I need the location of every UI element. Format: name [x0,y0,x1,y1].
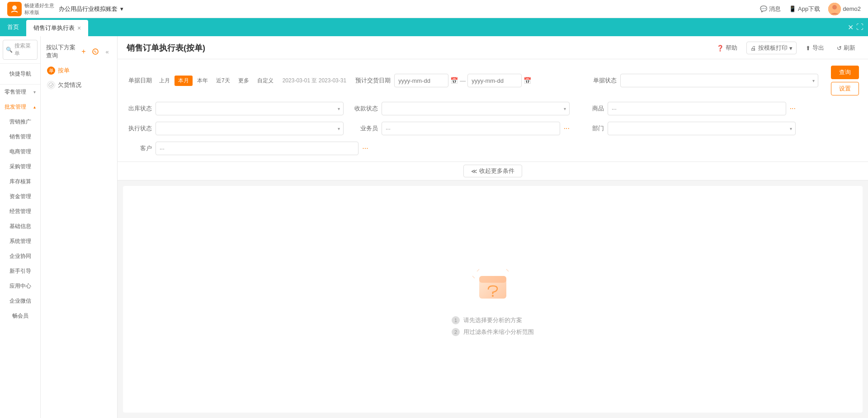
svg-point-2 [832,5,837,10]
sidebar-item-apps[interactable]: 应用中心 [0,279,40,294]
refresh-button[interactable]: ↺ 刷新 [833,42,859,54]
query-button[interactable]: 查询 [831,66,859,79]
settings-button[interactable]: 设置 [831,82,859,95]
sidebar-item-inventory[interactable]: 库存核算 [0,174,40,189]
app-download-button[interactable]: 📱 App下载 [789,5,820,13]
step-1-number: 1 [452,316,460,324]
filter-group-customer: 客户 ··· [127,142,368,155]
filter-group-dept: 部门 ▾ [579,122,796,135]
out-status-select[interactable] [156,102,344,115]
customer-label: 客户 [127,144,152,152]
calendar-end-icon[interactable]: 📅 [524,77,531,84]
print-button[interactable]: 🖨 按模板打印 ▾ [746,42,797,54]
sidebar-item-quicknav[interactable]: 快捷导航 [0,66,40,81]
date-range-text: 2023-03-01 至 2023-03-31 [283,77,346,85]
expected-date-start[interactable] [394,74,448,87]
main-layout: 🔍 搜索菜单 快捷导航 零售管理 ▾ 批发管理 ▴ 营销推广 销售管理 电商管理… [0,36,868,418]
tab-home[interactable]: 首页 [0,18,26,36]
collapse-panel-button[interactable]: « [103,47,112,56]
logo-svg [9,4,19,14]
sidebar-item-newuser[interactable]: 新手引导 [0,264,40,279]
collapse-button[interactable]: ≪ 收起更多条件 [463,165,522,177]
empty-step-1: 1 请先选择要分析的方案 [452,316,534,324]
logo-text: 畅捷通好生意 标准版 [24,2,54,15]
dept-label: 部门 [579,124,604,133]
sidebar-item-ecommerce[interactable]: 电商管理 [0,144,40,159]
tab-close-icon[interactable]: × [77,24,81,32]
customer-ellipsis-icon[interactable]: ··· [362,144,368,152]
close-window-icon[interactable]: ✕ [848,23,854,32]
avatar-image [828,3,841,15]
exec-status-select[interactable] [156,122,344,135]
search-icon: 🔍 [6,47,13,53]
print-arrow-icon: ▾ [789,45,793,52]
content-area: 按以下方案查询 + ✎ « 单 按单 [41,36,868,418]
plan-icon-欠货情况 [47,81,55,89]
add-plan-button[interactable]: + [79,47,88,56]
page-header: 销售订单执行表(按单) ❓ 帮助 🖨 按模板打印 ▾ ⬆ [118,36,868,59]
empty-steps: 1 请先选择要分析的方案 2 用过滤条件来缩小分析范围 [452,316,534,336]
svg-text:✎: ✎ [94,50,97,54]
export-icon: ⬆ [806,45,811,52]
salesperson-input[interactable] [382,122,560,135]
sidebar-item-system[interactable]: 系统管理 [0,234,40,249]
search-menu-button[interactable]: 🔍 搜索菜单 [3,40,38,60]
expected-date-end[interactable] [467,74,522,87]
period-this-month[interactable]: 本月 [175,76,193,86]
collection-status-select[interactable] [382,102,570,115]
plan-item-欠货情况[interactable]: 欠货情况 [41,78,117,92]
maximize-icon[interactable]: ⛶ [856,23,863,31]
sidebar-item-purchase[interactable]: 采购管理 [0,159,40,174]
goods-ellipsis-icon[interactable]: ··· [790,104,796,113]
sidebar-item-basic[interactable]: 基础信息 [0,219,40,234]
sidebar-item-sales[interactable]: 销售管理 [0,129,40,144]
status-label: 单据状态 [591,76,617,85]
left-panel-header: 按以下方案查询 + ✎ « [41,41,117,63]
dept-select-wrapper: ▾ [608,122,796,135]
print-icon: 🖨 [750,45,756,52]
sidebar-item-wholesale[interactable]: 批发管理 ▴ [0,100,40,114]
sidebar-item-operations[interactable]: 经营管理 [0,204,40,219]
user-area[interactable]: demo2 [828,3,861,15]
page-title-row: 销售订单执行表(按单) ❓ 帮助 🖨 按模板打印 ▾ ⬆ [127,42,859,54]
message-button[interactable]: 💬 消息 [760,5,781,13]
filter-row-2: 出库状态 ▾ 收款状态 ▾ 商品 [127,102,859,115]
period-this-year[interactable]: 本年 [193,76,212,86]
date-separator: — [460,77,466,84]
status-select[interactable] [620,74,818,87]
calendar-start-icon[interactable]: 📅 [450,77,458,84]
period-custom[interactable]: 自定义 [254,76,277,86]
edit-icon: ✎ [92,48,99,55]
tab-sales-order-exec[interactable]: 销售订单执行表 × [26,20,88,36]
sidebar-item-retail[interactable]: 零售管理 ▾ [0,85,40,100]
left-panel-title: 按以下方案查询 [46,43,79,60]
edit-plan-button[interactable]: ✎ [91,47,100,56]
sidebar-item-member[interactable]: 畅会员 [0,309,40,323]
help-button[interactable]: ❓ 帮助 [713,42,741,54]
export-button[interactable]: ⬆ 导出 [802,42,828,54]
customer-input[interactable] [156,142,359,155]
sidebar-item-enterprise[interactable]: 企业协同 [0,249,40,264]
topbar-right: 💬 消息 📱 App下载 demo2 [760,3,861,15]
filter-buttons: 查询 设置 [827,66,859,95]
goods-input[interactable] [608,102,786,115]
sidebar-item-wechat[interactable]: 企业微信 [0,294,40,309]
period-last-month[interactable]: 上月 [156,76,174,86]
sidebar-item-finance[interactable]: 资金管理 [0,189,40,204]
plan-item-按单[interactable]: 单 按单 [41,63,117,78]
period-more[interactable]: 更多 [235,76,253,86]
svg-point-5 [49,83,53,87]
refresh-icon: ↺ [837,45,842,52]
filter-row-4: 客户 ··· [127,142,859,155]
step-2-text: 用过滤条件来缩小分析范围 [463,328,534,336]
salesperson-ellipsis-icon[interactable]: ··· [564,124,570,133]
chevron-down-icon: ▾ [33,90,36,95]
left-panel: 按以下方案查询 + ✎ « 单 按单 [41,36,118,418]
period-last7[interactable]: 近7天 [212,76,234,86]
filter-row-3: 执行状态 ▾ 业务员 ··· 部门 [127,122,859,135]
sidebar-item-marketing[interactable]: 营销推广 [0,114,40,129]
empty-state: 1 请先选择要分析的方案 2 用过滤条件来缩小分析范围 [452,262,534,336]
page-title: 销售订单执行表(按单) [127,43,205,53]
message-icon: 💬 [760,5,767,12]
dept-select[interactable] [608,122,796,135]
